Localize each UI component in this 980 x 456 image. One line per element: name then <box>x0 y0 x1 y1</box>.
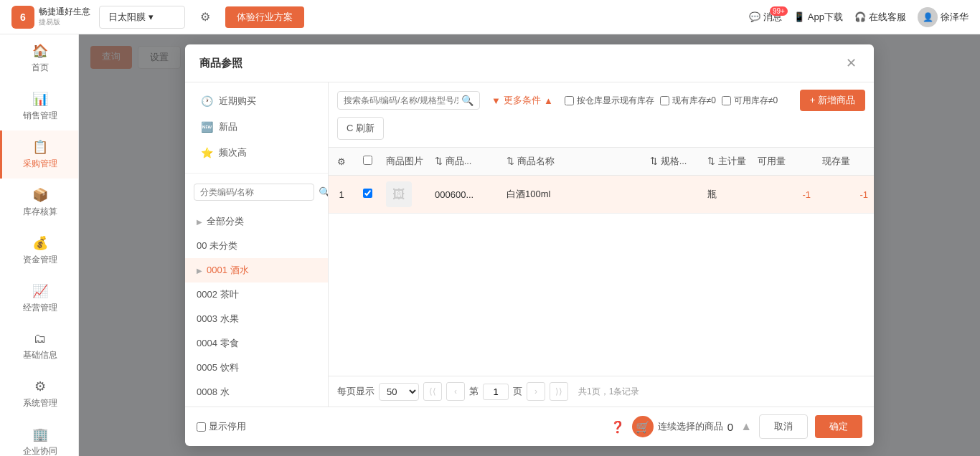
first-page-button[interactable]: ⟨⟨ <box>423 382 442 401</box>
modal-body: 🕐 近期购买 🆕 新品 ⭐ 频次高 <box>185 82 874 407</box>
sidebar-item-purchase[interactable]: 📋 采购管理 <box>0 130 78 179</box>
table-col-img: 商品图片 <box>380 148 429 176</box>
category-item-snack[interactable]: 0004 零食 <box>185 331 328 356</box>
purchase-icon: 📋 <box>32 139 48 155</box>
left-tab-new[interactable]: 🆕 新品 <box>194 115 319 138</box>
settings-icon[interactable]: ⚙ <box>194 6 217 29</box>
stock-nonzero-checkbox[interactable] <box>660 96 669 105</box>
row-name: 白酒100ml <box>501 176 644 214</box>
system-icon: ⚙ <box>34 379 46 394</box>
pagination-row: 每页显示 50 100 200 ⟨⟨ ‹ 第 页 › <box>329 376 874 407</box>
service-button[interactable]: 🎧 在线客服 <box>854 11 906 24</box>
prev-page-button[interactable]: ‹ <box>446 382 465 401</box>
store-dropdown[interactable]: 日太阳膜 ▾ <box>99 6 185 29</box>
last-page-button[interactable]: ⟩⟩ <box>550 382 568 401</box>
star-icon: ⭐ <box>201 147 213 158</box>
left-tab-frequent[interactable]: ⭐ 频次高 <box>194 141 319 164</box>
divider <box>185 173 328 174</box>
sidebar-item-sales[interactable]: 📊 销售管理 <box>0 82 78 130</box>
cancel-button[interactable]: 取消 <box>759 414 808 439</box>
sidebar: 🏠 首页 📊 销售管理 📋 采购管理 📦 库存核算 💰 资金管理 📈 经营管理 … <box>0 34 79 456</box>
table-col-unit[interactable]: ⇅ 主计量 <box>702 148 752 176</box>
next-page-button[interactable]: › <box>527 382 545 401</box>
modal-header: 商品参照 ✕ <box>185 44 874 82</box>
category-item-tea[interactable]: 0002 茶叶 <box>185 282 328 307</box>
help-icon[interactable]: ❓ <box>611 420 625 434</box>
stock-nonzero-label[interactable]: 现有库存≠0 <box>660 95 716 107</box>
category-item-fruit[interactable]: 0003 水果 <box>185 307 328 331</box>
category-search-row: 🔍 « <box>185 178 328 206</box>
app-download-button[interactable]: 📱 App下载 <box>793 11 843 24</box>
warehouse-filter-checkbox[interactable] <box>565 96 574 105</box>
row-select-checkbox[interactable] <box>363 189 372 198</box>
table-col-checkbox[interactable] <box>354 148 380 176</box>
page-unit: 页 <box>513 385 522 398</box>
search-icon[interactable]: 🔍 <box>461 95 473 106</box>
row-available: -1 <box>752 176 816 214</box>
home-icon: 🏠 <box>32 43 48 59</box>
table-col-settings[interactable]: ⚙ <box>329 148 354 176</box>
chevron-down-icon: ▾ <box>149 11 154 22</box>
product-reference-modal: 商品参照 ✕ 🕐 近期购买 🆕 <box>185 44 874 446</box>
table-col-spec[interactable]: ⇅ 规格... <box>644 148 702 176</box>
per-page-select[interactable]: 50 100 200 <box>379 383 419 401</box>
recent-icon: 🕐 <box>201 95 213 107</box>
table-row[interactable]: 1 🖼 000600... 白酒100ml <box>329 176 874 214</box>
sidebar-item-finance[interactable]: 💰 资金管理 <box>0 227 78 275</box>
headset-icon: 🎧 <box>854 11 866 22</box>
row-unit: 瓶 <box>702 176 752 214</box>
table-col-name[interactable]: ⇅ 商品名称 <box>501 148 644 176</box>
confirm-button[interactable]: 确定 <box>815 415 862 438</box>
available-nonzero-label[interactable]: 可用库存≠0 <box>722 95 778 107</box>
sidebar-item-inventory[interactable]: 📦 库存核算 <box>0 179 78 227</box>
user-button[interactable]: 👤 徐泽华 <box>918 7 969 27</box>
left-tabs: 🕐 近期购买 🆕 新品 ⭐ 频次高 <box>185 82 328 168</box>
show-disabled-checkbox[interactable] <box>197 422 206 432</box>
sidebar-item-operations[interactable]: 📈 经营管理 <box>0 275 78 323</box>
cart-icon[interactable]: 🛒 <box>632 416 654 437</box>
ops-icon: 📈 <box>32 283 48 299</box>
layout: 🏠 首页 📊 销售管理 📋 采购管理 📦 库存核算 💰 资金管理 📈 经营管理 … <box>0 34 980 456</box>
sort-icon-4: ⇅ <box>707 156 715 166</box>
sales-icon: 📊 <box>32 91 48 107</box>
info-icon: 🗂 <box>34 331 47 346</box>
category-item-water[interactable]: 0008 水 <box>185 380 328 404</box>
modal-close-button[interactable]: ✕ <box>842 54 859 72</box>
product-search-bar[interactable]: 🔍 <box>337 91 480 110</box>
category-item-uncategorized[interactable]: 00 未分类 <box>185 234 328 258</box>
left-tab-recent[interactable]: 🕐 近期购买 <box>194 90 319 113</box>
category-search-icon[interactable]: 🔍 <box>319 186 329 198</box>
show-disabled-label[interactable]: 显示停用 <box>197 420 246 433</box>
product-table: ⚙ 商品图片 ⇅ <box>329 148 874 214</box>
collapse-cart-icon[interactable]: ▲ <box>740 420 752 433</box>
category-item-liquor[interactable]: ▶ 0001 酒水 <box>185 258 328 282</box>
sidebar-item-enterprise[interactable]: 🏢 企业协同 <box>0 418 78 456</box>
table-col-code[interactable]: ⇅ 商品... <box>429 148 501 176</box>
modal-overlay: 商品参照 ✕ 🕐 近期购买 🆕 <box>79 34 980 456</box>
category-item-all[interactable]: ▶ 全部分类 <box>185 209 328 234</box>
logo-sub: 捷易版 <box>39 17 90 27</box>
add-product-button[interactable]: + 新增商品 <box>800 90 865 111</box>
product-table-container: ⚙ 商品图片 ⇅ <box>329 148 874 376</box>
select-all-checkbox[interactable] <box>363 156 372 165</box>
sidebar-item-basic-info[interactable]: 🗂 基础信息 <box>0 323 78 370</box>
category-search-input[interactable] <box>194 184 314 201</box>
page-number-input[interactable] <box>483 384 509 400</box>
page-total: 共1页，1条记录 <box>578 386 639 398</box>
available-nonzero-checkbox[interactable] <box>722 96 731 105</box>
filter-button[interactable]: ▼ 更多条件 ▲ <box>486 91 559 110</box>
sidebar-item-home[interactable]: 🏠 首页 <box>0 34 78 82</box>
row-spec <box>644 176 702 214</box>
sidebar-item-system[interactable]: ⚙ 系统管理 <box>0 370 78 418</box>
warehouse-filter-label[interactable]: 按仓库显示现有库存 <box>565 95 654 107</box>
table-col-stock: 现存量 <box>816 148 874 176</box>
new-icon: 🆕 <box>201 121 213 133</box>
category-item-drink[interactable]: 0005 饮料 <box>185 356 328 380</box>
message-button[interactable]: 💬 消息 99+ <box>749 11 782 24</box>
row-checkbox[interactable] <box>354 176 380 214</box>
refresh-button[interactable]: C 刷新 <box>337 117 384 140</box>
product-search-input[interactable] <box>344 95 458 105</box>
trial-button[interactable]: 体验行业方案 <box>225 6 304 28</box>
per-page-label: 每页显示 <box>337 385 374 398</box>
right-panel: 🔍 ▼ 更多条件 ▲ 按仓库显示现有库存 <box>329 82 874 407</box>
